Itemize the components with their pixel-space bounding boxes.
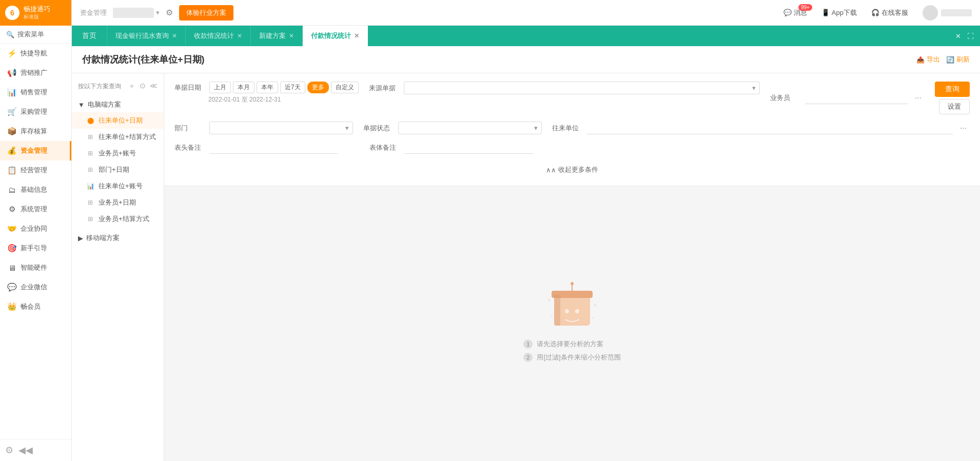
voucher-status-label: 单据状态 [363,124,394,133]
table-body-filter: 表体备注 [369,142,970,154]
sidebar-nav: ⚡ 快捷导航 📢 营销推广 📊 销售管理 🛒 采购管理 📦 库存核算 💰 [0,44,71,439]
collapse-sidebar-icon[interactable]: ◀◀ [18,445,33,456]
guide-icon: 🎯 [7,244,16,253]
staff-input[interactable] [805,92,908,104]
voucher-status-select[interactable] [398,122,542,134]
panel-toolbar: 按以下方案查询 ＋ ⊙ ≪ [72,78,164,94]
tab-new-plan[interactable]: 新建方案 ✕ [251,26,303,46]
refresh-btn[interactable]: 🔄 刷新 [946,55,970,64]
sidebar-item-operation[interactable]: 📋 经营管理 [0,161,71,180]
purchase-icon: 🛒 [7,107,16,116]
sidebar-item-hardware[interactable]: 🖥 智能硬件 [0,258,71,277]
sidebar-item-finance[interactable]: 💰 资金管理 [0,141,71,161]
tab-home[interactable]: 首页 [72,26,107,46]
app-download-btn[interactable]: 📱 App下载 [821,8,857,17]
svg-point-6 [571,282,574,285]
panel-item-counterpart-date[interactable]: ⬤ 往来单位+日期 [72,112,164,129]
notify-btn[interactable]: 💬 消息 99+ [783,8,807,17]
sidebar-item-cooperation[interactable]: 🤝 企业协同 [0,219,71,238]
chevron-down-icon: ▼ [78,101,85,109]
counterpart-ellipsis[interactable]: ··· [957,124,970,133]
collapse-panel-icon[interactable]: ≪ [150,82,158,91]
export-btn[interactable]: 📤 导出 [916,55,940,64]
sidebar-item-inventory[interactable]: 📦 库存核算 [0,122,71,141]
staff-label: 业务员 [770,93,801,103]
counterpart-label: 往来单位 [552,124,583,133]
trial-btn[interactable]: 体验行业方案 [179,5,233,21]
table-header-input[interactable] [209,142,338,154]
counterpart-input[interactable] [587,122,953,134]
dept-select[interactable] [209,122,353,134]
date-btn-more[interactable]: 更多 [307,82,329,93]
date-buttons: 上月 本月 本年 近7天 更多 自定义 [209,82,359,93]
sidebar-item-marketing[interactable]: 📢 营销推广 [0,63,71,83]
table-header-filter: 表头备注 [174,142,359,154]
topbar-dropdown[interactable]: ▾ [113,8,160,18]
staff-ellipsis[interactable]: ··· [912,93,925,103]
date-btn-this-month[interactable]: 本月 [233,82,254,93]
date-btn-last-7days[interactable]: 近7天 [280,82,305,93]
sidebar-item-member[interactable]: 👑 畅会员 [0,297,71,316]
source-select[interactable] [404,82,760,94]
sidebar-item-sales[interactable]: 📊 销售管理 [0,83,71,102]
panel-item-counterpart-settle[interactable]: ⊞ 往来单位+结算方式 [72,129,164,145]
sidebar-item-quick-nav[interactable]: ⚡ 快捷导航 [0,44,71,63]
tab-close-payment[interactable]: ✕ [354,33,359,39]
topbar-gear[interactable]: ⚙ [166,8,173,17]
source-label: 来源单据 [369,84,400,93]
main-data-area: 1 请先选择要分析的方案 2 用[过滤]条件来缩小分析范围 [164,186,980,461]
tab-payment-stat[interactable]: 付款情况统计 ✕ [303,26,368,46]
quick-nav-icon: ⚡ [7,49,16,58]
table-body-input[interactable] [404,142,533,154]
tab-close-collection[interactable]: ✕ [237,33,242,39]
panel-item-counterpart-account[interactable]: 📊 往来单位+账号 [72,178,164,194]
sidebar-footer: ⚙ ◀◀ [0,439,71,461]
sidebar-search[interactable]: 🔍 搜索菜单 [0,26,71,44]
svg-point-9 [551,314,552,316]
panel-item-staff-date[interactable]: ⊞ 业务员+日期 [72,194,164,211]
sidebar-item-basic[interactable]: 🗂 基础信息 [0,180,71,199]
sidebar-item-wechat[interactable]: 💬 企业微信 [0,277,71,297]
inventory-icon: 📦 [7,127,16,136]
panel-item-dept-date[interactable]: ⊞ 部门+日期 [72,162,164,178]
collapse-icon: ∧∧ [546,166,556,174]
export-icon: 📤 [916,56,925,64]
online-service-btn[interactable]: 🎧 在线客服 [871,8,908,17]
sidebar-item-label: 畅会员 [21,302,41,311]
tab-close-new-plan[interactable]: ✕ [289,33,294,39]
collapse-btn[interactable]: ∧∧ 收起更多条件 [538,162,606,177]
sidebar-item-guide[interactable]: 🎯 新手引导 [0,238,71,258]
desktop-section: ▼ 电脑端方案 ⬤ 往来单位+日期 ⊞ 往来单位+结算方式 ⊞ [72,97,164,227]
user-area[interactable] [923,5,972,21]
member-icon: 👑 [7,302,16,311]
panel-item-staff-settle[interactable]: ⊞ 业务员+结算方式 [72,211,164,227]
settings-scheme-icon[interactable]: ⊙ [140,82,146,91]
tab-collection-stat[interactable]: 收款情况统计 ✕ [186,26,251,46]
date-btn-this-year[interactable]: 本年 [257,82,278,93]
section-label: 电脑端方案 [88,100,121,109]
settings-btn[interactable]: 设置 [939,99,970,114]
tabbar: 首页 现金银行流水查询 ✕ 收款情况统计 ✕ 新建方案 ✕ 付款情况统计 ✕ ✕… [72,26,980,46]
sidebar-item-purchase[interactable]: 🛒 采购管理 [0,102,71,122]
tab-label: 收款情况统计 [194,31,234,41]
close-tab-icon[interactable]: ✕ [955,32,961,40]
settings-icon[interactable]: ⚙ [5,445,13,456]
tab-close-bank-flow[interactable]: ✕ [172,33,177,39]
filter-row-3: 表头备注 表体备注 [174,142,970,154]
sidebar-item-label: 采购管理 [21,107,47,116]
date-btn-custom[interactable]: 自定义 [331,82,359,93]
tab-bank-flow[interactable]: 现金银行流水查询 ✕ [107,26,186,46]
svg-point-3 [565,309,569,313]
desktop-section-header[interactable]: ▼ 电脑端方案 [72,97,164,112]
svg-point-10 [592,317,593,318]
mobile-section-header[interactable]: ▶ 移动端方案 [72,230,164,246]
date-btn-last-month[interactable]: 上月 [209,82,231,93]
expand-tab-icon[interactable]: ⛶ [967,32,974,40]
sidebar-item-label: 智能硬件 [21,263,47,272]
add-scheme-icon[interactable]: ＋ [128,82,135,91]
filter-row-1: 单据日期 上月 本月 本年 近7天 更多 自定义 [174,82,970,114]
main-area: 资金管理 ▾ ⚙ 体验行业方案 💬 消息 99+ 📱 App下载 🎧 在线客服 [72,0,980,461]
sidebar-item-system[interactable]: ⚙ 系统管理 [0,199,71,219]
panel-item-staff-account[interactable]: ⊞ 业务员+账号 [72,145,164,162]
query-btn[interactable]: 查询 [935,82,970,97]
